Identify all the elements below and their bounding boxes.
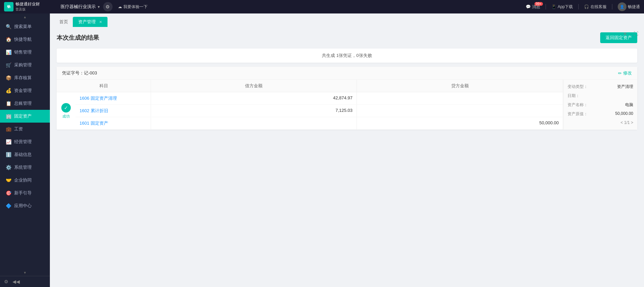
tab-asset-management[interactable]: 资产管理 ✕ — [73, 17, 108, 27]
sidebar-item-operations[interactable]: 📈 经营管理 — [0, 135, 50, 148]
avatar: 👤 — [618, 2, 626, 11]
sidebar-item-label: 销售管理 — [14, 49, 32, 55]
side-label-name: 资产名称： — [568, 102, 588, 108]
sidebar-item-payroll[interactable]: 💼 工资 — [0, 123, 50, 135]
company-selector[interactable]: 医疗器械行业演示 ▼ — [61, 4, 100, 10]
sidebar-item-purchase[interactable]: 🛒 采购管理 — [0, 59, 50, 71]
sidebar-item-quick-nav[interactable]: 🏠 快捷导航 — [0, 33, 50, 46]
voucher-block: 凭证字号：记-003 ✏ 修改 科目 借方金额 贷方金额 — [57, 67, 637, 130]
enterprise-icon: 🤝 — [5, 177, 11, 183]
message-icon: 💬 — [526, 4, 531, 9]
debit-1: 42,874.97 — [151, 92, 357, 104]
app-download-button[interactable]: 📱 App下载 — [551, 4, 573, 10]
summary-text: 共生成 1张凭证，0张失败 — [322, 53, 372, 58]
prev-page-button[interactable]: < — [621, 120, 623, 125]
side-label-type: 变动类型： — [568, 84, 588, 90]
sidebar-item-label: 基础信息 — [14, 152, 32, 158]
try-icon: ☁ — [118, 4, 122, 9]
sidebar-item-label: 总账管理 — [14, 100, 32, 106]
sidebar-item-label: 搜索菜单 — [14, 24, 32, 30]
ledger-icon: 📋 — [5, 100, 11, 106]
side-field-original-value: 资产原值： 50,000.00 — [568, 111, 633, 117]
sidebar-item-ledger[interactable]: 📋 总账管理 — [0, 97, 50, 110]
customer-service-button[interactable]: 🎧 在线客服 — [584, 4, 607, 10]
customer-service-label: 在线客服 — [590, 4, 607, 10]
table-header: 科目 借方金额 贷方金额 — [57, 80, 563, 92]
sidebar-item-funds[interactable]: 💰 资金管理 — [0, 84, 50, 97]
sidebar-item-search[interactable]: 🔍 搜索菜单 — [0, 20, 50, 33]
divider2 — [578, 4, 579, 9]
divider3 — [612, 4, 612, 9]
subject-3[interactable]: 1601 固定资产 — [75, 117, 151, 129]
sidebar-item-basic-info[interactable]: ℹ️ 基础信息 — [0, 148, 50, 161]
message-button[interactable]: 💬 消息 99+ — [526, 4, 540, 10]
footer-collapse-icon[interactable]: ◀◀ — [12, 279, 20, 284]
logo-area: 畅 畅捷通好业财 普及版 — [4, 2, 54, 12]
tab-close-icon[interactable]: ✕ — [99, 20, 102, 24]
home-icon: 🏠 — [5, 36, 11, 42]
user-menu[interactable]: 👤 畅捷通 — [618, 2, 640, 11]
chevron-down-icon: ▼ — [97, 5, 100, 9]
voucher-table-wrap: 科目 借方金额 贷方金额 ✓ 成功 — [57, 80, 637, 130]
scroll-up-arrow[interactable]: ▲ — [0, 13, 50, 20]
scroll-down-arrow[interactable]: ▼ — [0, 269, 50, 276]
fullscreen-button[interactable]: ⛶ — [632, 30, 640, 38]
table-body: ✓ 成功 1606 固定资产清理 42,874.97 — [57, 92, 563, 130]
sidebar-item-guide[interactable]: 🎯 新手引导 — [0, 187, 50, 199]
purchase-icon: 🛒 — [5, 62, 11, 68]
system-icon: ⚙️ — [5, 164, 11, 170]
success-label: 成功 — [62, 114, 70, 119]
window-controls: ✕ ⛶ — [621, 30, 640, 38]
subject-2[interactable]: 1602 累计折旧 — [75, 105, 151, 117]
app-center-icon: 🔷 — [5, 203, 11, 209]
main-container: ▲ 🔍 搜索菜单 🏠 快捷导航 📊 销售管理 🛒 采购管理 📦 库存核算 — [0, 13, 644, 287]
sidebar-item-inventory[interactable]: 📦 库存核算 — [0, 71, 50, 84]
sidebar-item-label: 企业协同 — [14, 177, 32, 183]
voucher-table: 科目 借方金额 贷方金额 ✓ 成功 — [57, 80, 563, 130]
sidebar: ▲ 🔍 搜索菜单 🏠 快捷导航 📊 销售管理 🛒 采购管理 📦 库存核算 — [0, 13, 50, 287]
logo-edition: 普及版 — [16, 7, 40, 12]
th-debit: 借方金额 — [151, 80, 357, 92]
tab-asset-label: 资产管理 — [78, 19, 96, 24]
credit-2 — [357, 105, 563, 117]
message-badge: 99+ — [534, 2, 543, 6]
headset-icon: 🎧 — [584, 4, 589, 9]
sales-icon: 📊 — [5, 49, 11, 55]
side-panel: 变动类型： 资产清理 日期： 资产名称： 电脑 资产原值： — [563, 80, 637, 130]
funds-icon: 💰 — [5, 88, 11, 94]
side-value-name: 电脑 — [625, 102, 633, 108]
subject-1[interactable]: 1606 固定资产清理 — [75, 92, 151, 104]
sidebar-item-app-center[interactable]: 🔷 应用中心 — [0, 199, 50, 212]
edit-button[interactable]: ✏ 修改 — [618, 70, 632, 76]
tab-home[interactable]: 首页 — [55, 17, 72, 27]
credit-1 — [357, 92, 563, 104]
app-download-label: App下载 — [558, 4, 573, 10]
data-rows: 1606 固定资产清理 42,874.97 1602 累计折旧 7,125.03 — [75, 92, 563, 129]
sidebar-item-label: 采购管理 — [14, 62, 32, 68]
page-header: 本次生成的结果 返回固定资产 — [57, 32, 637, 43]
side-label-original-value: 资产原值： — [568, 111, 588, 117]
status-cell: ✓ 成功 — [57, 92, 75, 129]
payroll-icon: 💼 — [5, 126, 11, 132]
success-icon: ✓ — [61, 103, 71, 113]
sidebar-item-enterprise[interactable]: 🤝 企业协同 — [0, 174, 50, 187]
settings-icon[interactable]: ⚙ — [103, 2, 113, 11]
fixed-assets-icon: 🏢 — [5, 113, 11, 119]
voucher-header: 凭证字号：记-003 ✏ 修改 — [57, 67, 637, 80]
sidebar-item-label: 工资 — [14, 126, 23, 132]
sidebar-item-fixed-assets[interactable]: 🏢 固定资产 — [0, 110, 50, 123]
company-name: 医疗器械行业演示 — [61, 4, 96, 10]
sidebar-item-sales[interactable]: 📊 销售管理 — [0, 46, 50, 59]
header-center: 医疗器械行业演示 ▼ ⚙ ☁ 我要体验一下 — [54, 2, 526, 11]
sidebar-item-system[interactable]: ⚙️ 系统管理 — [0, 161, 50, 174]
search-icon: 🔍 — [5, 24, 11, 30]
divider — [546, 4, 546, 9]
footer-settings-icon[interactable]: ⚙ — [4, 279, 8, 284]
try-button[interactable]: ☁ 我要体验一下 — [118, 4, 148, 10]
next-page-button[interactable]: > — [631, 120, 633, 125]
close-button[interactable]: ✕ — [621, 30, 629, 38]
sidebar-item-label: 应用中心 — [14, 203, 32, 209]
tab-bar: 首页 资产管理 ✕ — [50, 13, 644, 27]
sidebar-item-label: 经营管理 — [14, 139, 32, 145]
side-label-date: 日期： — [568, 93, 580, 99]
